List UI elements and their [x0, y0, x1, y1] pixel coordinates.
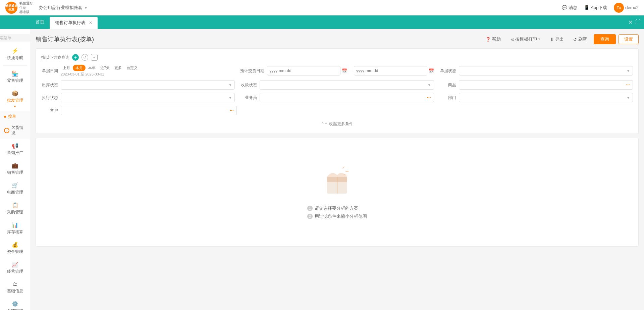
predicted-date-end-input[interactable] — [354, 66, 427, 75]
tab-home[interactable]: 首页 — [30, 15, 50, 29]
tab-close-window-btn[interactable]: ✕ — [628, 19, 633, 25]
active-dot-icon — [4, 116, 6, 118]
date-tabs: 上月 本月 本年 近7天 更多 自定义 — [61, 65, 235, 71]
salesperson-select[interactable]: ··· — [260, 93, 434, 102]
circle-icon: ○ — [4, 128, 9, 133]
purchase-icon: 📋 — [12, 202, 18, 208]
delivery-status-select[interactable]: ▼ — [61, 80, 235, 90]
filter-row-2: 出库状态 ▼ 收款状态 ▼ 商品 — [41, 80, 633, 90]
top-bar-right: 💬 消息 📱 App下载 Ea demo2 — [562, 3, 639, 13]
sub-menu-item-press[interactable]: 按单 — [0, 111, 30, 122]
customer-dots-icon[interactable]: ··· — [230, 108, 234, 113]
salesperson-label: 业务员 — [240, 95, 257, 101]
filter-refresh-btn[interactable]: ↺ — [82, 54, 88, 61]
tab-sales-order-list[interactable]: 销售订单执行表 ✕ — [50, 17, 98, 29]
system-icon: ⚙️ — [12, 301, 18, 307]
product-label: 商品 — [439, 82, 456, 88]
date-field-wrap: 上月 本月 本年 近7天 更多 自定义 2023-03-01 至 2023-03… — [61, 65, 235, 77]
ecommerce-icon: 🛒 — [12, 182, 18, 189]
sidebar-item-retail[interactable]: 🏪 零售管理 — [0, 67, 30, 87]
order-status-label: 单据状态 — [439, 68, 456, 74]
empty-tip-2: 2 用过滤条件来缩小分析范围 — [307, 213, 367, 219]
sidebar-item-quick-nav[interactable]: ⚡ 快捷导航 — [0, 44, 30, 64]
date-tab-custom[interactable]: 自定义 — [124, 65, 140, 71]
top-bar: 畅捷通好生意 畅捷通好生意 标准版 办公用品行业模拟账套 ▼ 💬 消息 📱 Ap… — [0, 0, 644, 15]
predicted-date-start-input[interactable] — [267, 66, 340, 75]
main-content: 销售订单执行表(按单) ❓ 帮助 🖨 按模板打印 ▼ ⬇ 导出 ↺ 刷新 — [30, 29, 644, 310]
order-status-select[interactable]: ▼ — [459, 66, 633, 75]
sidebar-item-basic[interactable]: 🗂 基础信息 — [0, 278, 30, 297]
search-btn[interactable]: 查询 — [594, 34, 616, 44]
export-icon: ⬇ — [550, 37, 554, 42]
tab-close-icon[interactable]: ✕ — [89, 20, 92, 25]
delivery-status-arrow-icon: ▼ — [228, 83, 232, 87]
sidebar-item-marketing[interactable]: 📢 营销推广 — [0, 139, 30, 159]
department-select[interactable]: ▼ — [459, 93, 633, 102]
refresh-btn[interactable]: ↺ 刷新 — [571, 35, 590, 44]
payment-status-select[interactable]: ▼ — [260, 80, 434, 90]
salesperson-dots-icon[interactable]: ··· — [427, 95, 431, 100]
export-btn[interactable]: ⬇ 导出 — [547, 35, 567, 44]
exec-status-label: 执行状态 — [41, 95, 58, 101]
product-dots-icon[interactable]: ··· — [626, 82, 630, 88]
sidebar-item-system[interactable]: ⚙️ 系统管理 — [0, 297, 30, 310]
customer-select[interactable]: ··· — [61, 106, 237, 115]
filter-field-exec-status: 执行状态 ▼ — [41, 93, 235, 102]
settings-btn[interactable]: 设置 — [619, 34, 639, 44]
basic-icon: 🗂 — [12, 281, 18, 287]
exec-status-select[interactable]: ▼ — [61, 93, 235, 102]
date-tab-this-year[interactable]: 本年 — [86, 65, 98, 71]
collapse-arrow-icon: ⌃⌃ — [321, 122, 328, 126]
sub-menu-item-debt[interactable]: ○ 欠货情况 — [0, 122, 30, 139]
filter-row-3: 执行状态 ▼ 业务员 ··· 部门 — [41, 93, 633, 102]
product-select[interactable]: ··· — [459, 80, 633, 90]
logo-area: 畅捷通好生意 畅捷通好生意 标准版 — [5, 1, 36, 14]
help-icon: ❓ — [485, 37, 491, 42]
tab-restore-btn[interactable]: ⛶ — [635, 19, 641, 25]
order-status-arrow-icon: ▼ — [627, 69, 630, 73]
filter-collapse-btn[interactable]: « — [91, 54, 98, 61]
message-btn[interactable]: 💬 消息 — [562, 5, 577, 11]
sidebar: 🔍 ⚡ 快捷导航 🏪 零售管理 📦 批发管理 ▲ 按单 ○ 欠货情况 — [0, 29, 30, 310]
filter-add-btn[interactable]: + — [72, 54, 79, 61]
inventory-icon: 📊 — [12, 222, 18, 228]
date-tab-more[interactable]: 更多 — [112, 65, 124, 71]
sidebar-search[interactable]: 🔍 — [0, 32, 30, 44]
sidebar-item-wholesale[interactable]: 📦 批发管理 ▲ — [0, 87, 30, 111]
collapse-row: ⌃⌃ 收起更多条件 — [41, 118, 633, 128]
delivery-status-label: 出库状态 — [41, 82, 58, 88]
date-tab-last-month[interactable]: 上月 — [61, 65, 72, 71]
sidebar-divider-1 — [3, 65, 27, 66]
page-actions: ❓ 帮助 🖨 按模板打印 ▼ ⬇ 导出 ↺ 刷新 查询 — [483, 34, 639, 44]
print-arrow-icon: ▼ — [538, 38, 541, 41]
calendar-start-icon[interactable]: 📅 — [342, 68, 347, 73]
app-download-btn[interactable]: 📱 App下载 — [584, 5, 607, 11]
collapse-conditions-btn[interactable]: ⌃⌃ 收起更多条件 — [317, 120, 357, 128]
calendar-end-icon[interactable]: 📅 — [429, 68, 434, 73]
svg-line-3 — [342, 167, 344, 168]
help-btn[interactable]: ❓ 帮助 — [483, 35, 503, 44]
filter-row-1: 单据日期 上月 本月 本年 近7天 更多 自定义 2023-03-01 至 20… — [41, 65, 633, 77]
sidebar-item-finance[interactable]: 💰 资金管理 — [0, 238, 30, 258]
page-title: 销售订单执行表(按单) — [36, 35, 94, 43]
breadcrumb[interactable]: 办公用品行业模拟账套 ▼ — [39, 5, 88, 11]
date-tab-this-month[interactable]: 本月 — [73, 65, 86, 71]
payment-status-arrow-icon: ▼ — [428, 83, 431, 87]
date-tab-7days[interactable]: 近7天 — [98, 65, 112, 71]
sidebar-item-inventory[interactable]: 📊 库存核算 — [0, 218, 30, 238]
filter-field-predicted-date: 预计交货日期 📅 — 📅 — [240, 65, 434, 77]
sidebar-item-purchase[interactable]: 📋 采购管理 — [0, 199, 30, 218]
user-profile-btn[interactable]: Ea demo2 — [614, 3, 639, 13]
sidebar-item-sales[interactable]: 💼 销售管理 — [0, 159, 30, 179]
primary-actions: 查询 设置 — [594, 34, 639, 44]
message-icon: 💬 — [562, 5, 567, 10]
print-icon: 🖨 — [510, 37, 515, 42]
department-label: 部门 — [439, 95, 456, 101]
quick-nav-icon: ⚡ — [12, 48, 18, 54]
tab-bar-actions: ✕ ⛶ — [628, 19, 644, 25]
filter-row-4-spacer — [242, 106, 633, 115]
print-btn[interactable]: 🖨 按模板打印 ▼ — [507, 35, 543, 44]
sidebar-item-operation[interactable]: 📈 经营管理 — [0, 258, 30, 278]
sidebar-item-ecommerce[interactable]: 🛒 电商管理 — [0, 179, 30, 199]
filter-field-date: 单据日期 上月 本月 本年 近7天 更多 自定义 2023-03-01 至 20… — [41, 65, 235, 77]
